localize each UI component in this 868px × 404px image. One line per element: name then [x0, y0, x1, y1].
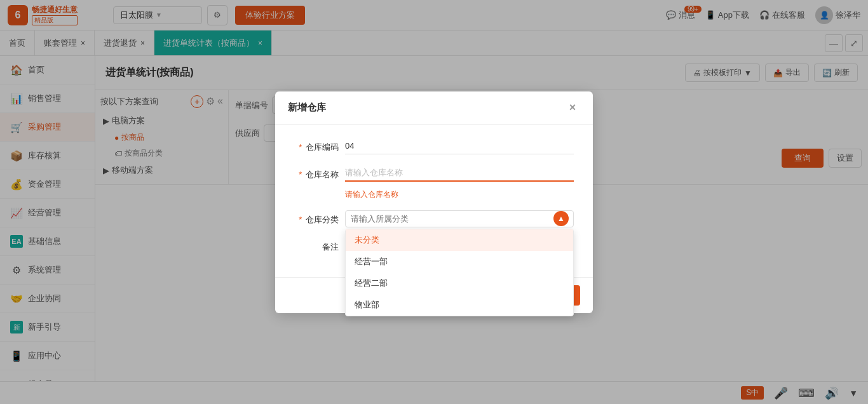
dropdown-item-dept1[interactable]: 经营一部: [346, 251, 573, 273]
category-label: * 仓库分类: [294, 210, 339, 226]
modal-overlay[interactable]: 新增仓库 × * 仓库编码 * 仓库名称: [0, 0, 868, 404]
modal-title: 新增仓库: [288, 102, 326, 114]
note-label: 备注: [294, 238, 339, 253]
category-input[interactable]: [345, 210, 574, 227]
category-form-row: * 仓库分类 ▲ 未分类 经营一部 经营二部 物业部: [294, 210, 574, 227]
name-form-row: * 仓库名称 请输入仓库名称: [294, 165, 574, 200]
modal-close-button[interactable]: ×: [565, 100, 580, 116]
code-required-mark: *: [299, 142, 302, 152]
name-label: * 仓库名称: [294, 165, 339, 180]
name-input-row: * 仓库名称: [294, 165, 574, 182]
dropdown-item-dept2[interactable]: 经营二部: [346, 273, 573, 294]
category-label-text: 仓库分类: [306, 215, 339, 224]
name-label-text: 仓库名称: [306, 170, 339, 179]
note-label-text: 备注: [322, 242, 339, 252]
code-label: * 仓库编码: [294, 138, 339, 153]
name-error-msg: 请输入仓库名称: [345, 189, 398, 200]
modal-body: * 仓库编码 * 仓库名称 请输入仓库名称 *: [275, 125, 593, 277]
name-input[interactable]: [345, 165, 574, 182]
category-select-wrapper: ▲ 未分类 经营一部 经营二部 物业部: [345, 210, 574, 227]
new-warehouse-modal: 新增仓库 × * 仓库编码 * 仓库名称: [275, 91, 593, 313]
code-input[interactable]: [345, 138, 574, 154]
category-required-mark: *: [299, 215, 302, 224]
dropdown-item-uncategorized[interactable]: 未分类: [346, 229, 573, 251]
code-form-row: * 仓库编码: [294, 138, 574, 154]
dropdown-item-dept3[interactable]: 物业部: [346, 294, 573, 316]
category-dropdown: 未分类 经营一部 经营二部 物业部: [345, 229, 574, 316]
modal-header: 新增仓库 ×: [275, 91, 593, 125]
code-label-text: 仓库编码: [306, 142, 339, 152]
name-required-mark: *: [299, 170, 302, 179]
category-dropdown-arrow[interactable]: ▲: [553, 211, 569, 226]
